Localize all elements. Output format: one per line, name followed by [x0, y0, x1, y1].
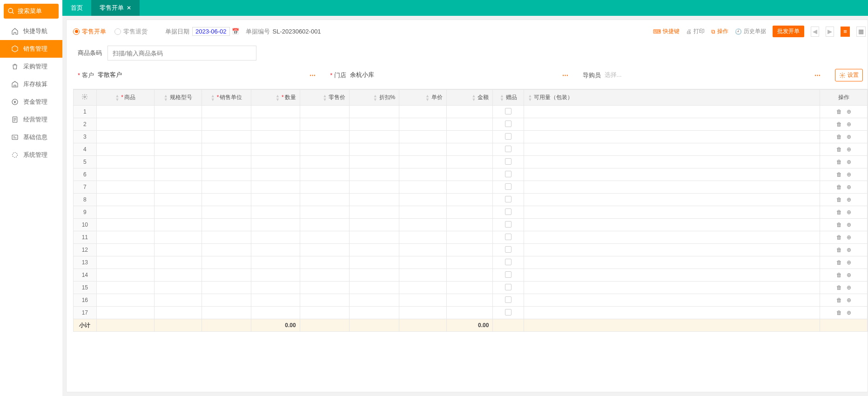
add-row-icon[interactable]: ⊕ — [847, 234, 851, 241]
col-available[interactable]: ▲▼可用量（包装） — [524, 90, 820, 106]
sidebar-item-operation[interactable]: 经营管理 — [0, 111, 62, 128]
nav-next[interactable]: ▶ — [826, 27, 834, 37]
add-row-icon[interactable]: ⊕ — [847, 159, 851, 165]
table-row[interactable]: 16🗑⊕ — [74, 294, 868, 307]
gift-checkbox[interactable] — [505, 234, 511, 240]
add-row-icon[interactable]: ⊕ — [847, 284, 851, 291]
barcode-input[interactable] — [108, 46, 256, 60]
gift-checkbox[interactable] — [505, 246, 511, 253]
calendar-icon[interactable]: 📅 — [232, 28, 239, 35]
sidebar-item-finance[interactable]: 资金管理 — [0, 93, 62, 111]
more-icon[interactable]: ⋯ — [562, 72, 569, 79]
radio-retail-return[interactable]: 零售退货 — [114, 27, 148, 36]
table-row[interactable]: 10🗑⊕ — [74, 219, 868, 231]
more-icon[interactable]: ⋯ — [310, 72, 316, 79]
more-icon[interactable]: ⋯ — [814, 72, 821, 79]
date-value[interactable]: 2023-06-02 — [192, 27, 230, 36]
delete-icon[interactable]: 🗑 — [836, 259, 842, 266]
add-row-icon[interactable]: ⊕ — [847, 196, 851, 203]
delete-icon[interactable]: 🗑 — [836, 134, 842, 140]
gift-checkbox[interactable] — [505, 259, 511, 265]
sidebar-item-system[interactable]: 系统管理 — [0, 146, 62, 164]
delete-icon[interactable]: 🗑 — [836, 209, 842, 215]
action-operate[interactable]: ⧉操作 — [711, 27, 728, 35]
delete-icon[interactable]: 🗑 — [836, 309, 842, 316]
add-row-icon[interactable]: ⊕ — [847, 146, 851, 153]
add-row-icon[interactable]: ⊕ — [847, 309, 851, 316]
view-grid-icon[interactable]: ▦ — [856, 27, 866, 37]
col-gear[interactable] — [74, 90, 97, 106]
add-row-icon[interactable]: ⊕ — [847, 184, 851, 190]
table-row[interactable]: 11🗑⊕ — [74, 231, 868, 244]
radio-retail-open[interactable]: 零售开单 — [73, 27, 106, 36]
tab-retail-order[interactable]: 零售开单 ✕ — [91, 0, 140, 16]
table-row[interactable]: 9🗑⊕ — [74, 206, 868, 219]
table-row[interactable]: 1🗑⊕ — [74, 106, 868, 118]
sidebar-item-purchase[interactable]: 采购管理 — [0, 58, 62, 75]
delete-icon[interactable]: 🗑 — [836, 272, 842, 278]
table-row[interactable]: 17🗑⊕ — [74, 307, 868, 319]
add-row-icon[interactable]: ⊕ — [847, 221, 851, 228]
col-qty[interactable]: ▲▼*数量 — [251, 90, 300, 106]
nav-prev[interactable]: ◀ — [811, 27, 819, 37]
gift-checkbox[interactable] — [505, 158, 511, 165]
gift-checkbox[interactable] — [505, 309, 511, 315]
delete-icon[interactable]: 🗑 — [836, 234, 842, 241]
table-row[interactable]: 15🗑⊕ — [74, 282, 868, 294]
table-row[interactable]: 12🗑⊕ — [74, 244, 868, 256]
col-unit[interactable]: ▲▼*销售单位 — [202, 90, 251, 106]
delete-icon[interactable]: 🗑 — [836, 121, 842, 128]
close-icon[interactable]: ✕ — [127, 5, 131, 11]
delete-icon[interactable]: 🗑 — [836, 284, 842, 291]
field-customer[interactable]: *客户 零散客户 ⋯ — [78, 71, 316, 80]
sidebar-item-quicknav[interactable]: 快捷导航 — [0, 22, 62, 40]
col-gift[interactable]: ▲▼赠品 — [493, 90, 524, 106]
sidebar-item-sales[interactable]: 销售管理 — [0, 40, 62, 58]
table-row[interactable]: 4🗑⊕ — [74, 143, 868, 156]
field-guide[interactable]: 导购员 选择... ⋯ — [583, 71, 821, 80]
col-unit-price[interactable]: ▲▼单价 — [399, 90, 447, 106]
gift-checkbox[interactable] — [505, 296, 511, 303]
view-list-icon[interactable]: ≡ — [841, 27, 850, 37]
add-row-icon[interactable]: ⊕ — [847, 259, 851, 266]
delete-icon[interactable]: 🗑 — [836, 196, 842, 203]
delete-icon[interactable]: 🗑 — [836, 171, 842, 178]
table-row[interactable]: 13🗑⊕ — [74, 256, 868, 269]
table-row[interactable]: 7🗑⊕ — [74, 181, 868, 194]
delete-icon[interactable]: 🗑 — [836, 297, 842, 303]
delete-icon[interactable]: 🗑 — [836, 184, 842, 190]
table-row[interactable]: 2🗑⊕ — [74, 118, 868, 131]
add-row-icon[interactable]: ⊕ — [847, 108, 851, 115]
gift-checkbox[interactable] — [505, 208, 511, 215]
delete-icon[interactable]: 🗑 — [836, 221, 842, 228]
field-store[interactable]: *门店 余杭小库 ⋯ — [330, 71, 568, 80]
gift-checkbox[interactable] — [505, 133, 511, 140]
add-row-icon[interactable]: ⊕ — [847, 134, 851, 140]
add-row-icon[interactable]: ⊕ — [847, 121, 851, 128]
col-discount[interactable]: ▲▼折扣% — [350, 90, 399, 106]
table-row[interactable]: 8🗑⊕ — [74, 194, 868, 206]
gift-checkbox[interactable] — [505, 146, 511, 152]
col-product[interactable]: ▲▼*商品 — [96, 90, 154, 106]
col-retail-price[interactable]: ▲▼零售价 — [300, 90, 350, 106]
gift-checkbox[interactable] — [505, 271, 511, 278]
delete-icon[interactable]: 🗑 — [836, 159, 842, 165]
tab-home[interactable]: 首页 — [62, 0, 91, 16]
action-shortcut[interactable]: ⌨快捷键 — [653, 27, 680, 35]
delete-icon[interactable]: 🗑 — [836, 146, 842, 153]
settings-button[interactable]: 设置 — [835, 69, 863, 81]
col-amount[interactable]: ▲▼金额 — [447, 90, 493, 106]
add-row-icon[interactable]: ⊕ — [847, 171, 851, 178]
add-row-icon[interactable]: ⊕ — [847, 297, 851, 303]
gift-checkbox[interactable] — [505, 284, 511, 290]
gift-checkbox[interactable] — [505, 121, 511, 127]
add-row-icon[interactable]: ⊕ — [847, 209, 851, 215]
table-row[interactable]: 3🗑⊕ — [74, 131, 868, 143]
sidebar-item-basic[interactable]: 基础信息 — [0, 128, 62, 146]
delete-icon[interactable]: 🗑 — [836, 108, 842, 115]
add-row-icon[interactable]: ⊕ — [847, 247, 851, 253]
table-row[interactable]: 6🗑⊕ — [74, 168, 868, 181]
sidebar-item-stock[interactable]: 库存核算 — [0, 75, 62, 93]
action-history[interactable]: 🕘历史单据 — [735, 27, 766, 35]
search-menu-button[interactable]: 搜索菜单 — [4, 4, 59, 19]
